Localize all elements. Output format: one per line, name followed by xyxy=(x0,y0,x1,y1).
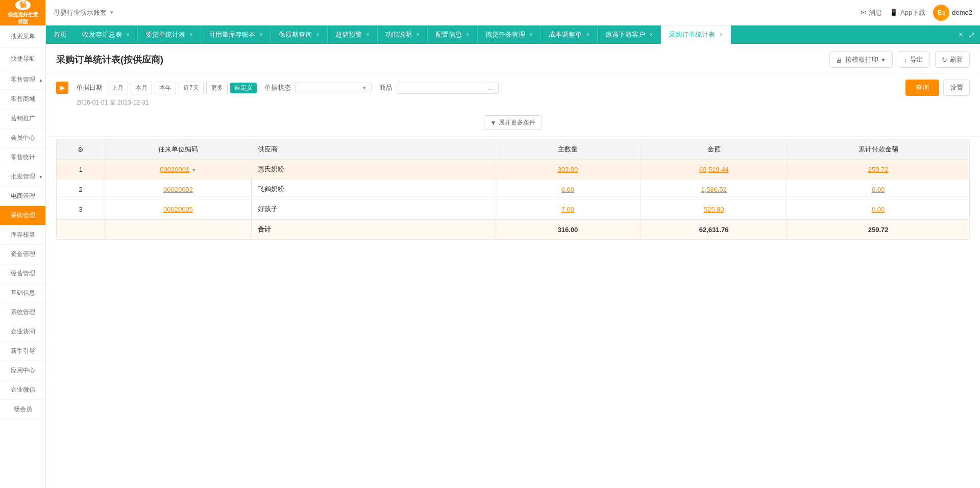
sidebar-menu: 零售管理 零售商城 营销推广 会员中心 零售统计 批发管理 电商管理 采购管理 … xyxy=(0,70,45,488)
tab-close-icon[interactable]: × xyxy=(259,31,263,38)
settings-button[interactable]: 设置 xyxy=(943,80,970,96)
filter-row-1: ▶ 单据日期 上月 本月 本年 近7天 更多 自定义 单据状态 xyxy=(56,80,970,96)
sidebar-search-button[interactable]: 搜索菜单 xyxy=(3,30,43,43)
tab-close-icon[interactable]: × xyxy=(466,31,470,38)
settings-icon[interactable]: ⚙ xyxy=(78,146,84,153)
tab-func-desc[interactable]: 功能说明 × xyxy=(378,25,428,44)
tab-pick-task[interactable]: 拣货任务管理 × xyxy=(478,25,541,44)
tab-close-all-button[interactable]: × xyxy=(959,30,963,39)
qty-link[interactable]: 6.00 xyxy=(561,186,574,193)
table-cell-paid: 259.72 xyxy=(787,160,970,179)
sidebar-search-section: 搜索菜单 xyxy=(0,25,45,48)
filter-toggle-button[interactable]: ▶ xyxy=(56,82,68,94)
tab-overstock-alert[interactable]: 超储预警 × xyxy=(328,25,378,44)
export-button[interactable]: ↓ 导出 xyxy=(898,52,930,68)
sidebar-item-retail-shop[interactable]: 零售商城 xyxy=(0,90,45,109)
table-footer: 合计 316.00 62,631.76 259.72 xyxy=(57,219,970,240)
goods-filter-input[interactable]: … xyxy=(397,82,499,94)
sidebar-item-enterprise-wechat[interactable]: 企业微信 xyxy=(0,380,45,400)
goods-filter-label: 商品 xyxy=(379,83,393,92)
sidebar-item-operations[interactable]: 经营管理 xyxy=(0,264,45,284)
date-this-month-button[interactable]: 本月 xyxy=(131,82,152,94)
sidebar: 畅 畅捷通好生意 标版 搜索菜单 快捷导航 零售管理 零售商城 营销推广 会员中… xyxy=(0,0,46,488)
qty-link[interactable]: 7.00 xyxy=(561,206,574,213)
tab-goods-summary[interactable]: 要货单统计表 × xyxy=(138,25,201,44)
sidebar-item-member2[interactable]: 畅会员 xyxy=(0,400,45,419)
sidebar-item-app-center[interactable]: 应用中心 xyxy=(0,361,45,380)
tab-label: 拣货任务管理 xyxy=(485,30,525,39)
topbar-left: 母婴行业演示账套 ▼ xyxy=(54,8,114,17)
tab-purchase-summary[interactable]: 采购订单统计表 × xyxy=(661,25,731,44)
sidebar-item-enterprise[interactable]: 企业协同 xyxy=(0,322,45,342)
table-cell-num: 3 xyxy=(57,199,105,220)
date-last7-button[interactable]: 近7天 xyxy=(179,82,204,94)
tab-fullscreen-button[interactable]: ⤢ xyxy=(968,30,975,40)
tab-cost-adjust[interactable]: 成本调整单 × xyxy=(541,25,598,44)
sidebar-item-ecommerce[interactable]: 电商管理 xyxy=(0,187,45,206)
expand-filter-button[interactable]: ▼ 展开更多条件 xyxy=(484,115,543,130)
tab-receive-summary[interactable]: 收发存汇总表 × xyxy=(75,25,138,44)
tab-close-icon[interactable]: × xyxy=(316,31,320,38)
page-actions: 🖨 按模板打印 ▼ ↓ 导出 ↻ 刷新 xyxy=(829,52,970,68)
tab-available-stock[interactable]: 可用量库存账本 × xyxy=(201,25,271,44)
tab-close-icon[interactable]: × xyxy=(586,31,590,38)
tab-expiry-query[interactable]: 保质期查询 × xyxy=(271,25,328,44)
workspace-selector[interactable]: 母婴行业演示账套 ▼ xyxy=(54,8,114,17)
print-button[interactable]: 🖨 按模板打印 ▼ xyxy=(829,52,893,68)
footer-amount: 62,631.76 xyxy=(641,219,787,240)
app-download-button[interactable]: 📱 App下载 xyxy=(890,8,925,17)
workspace-arrow-icon: ▼ xyxy=(109,10,114,15)
tab-close-icon[interactable]: × xyxy=(719,31,723,38)
tab-close-icon[interactable]: × xyxy=(649,31,653,38)
code-link[interactable]: 00020001 xyxy=(160,166,189,173)
sidebar-item-retail[interactable]: 零售管理 xyxy=(0,70,45,90)
table-cell-supplier: 惠氏奶粉 xyxy=(251,160,495,179)
sidebar-quick-nav-item[interactable]: 快捷导航 xyxy=(0,50,45,67)
sidebar-item-finance[interactable]: 资金管理 xyxy=(0,245,45,264)
amount-link[interactable]: 60,519.44 xyxy=(699,166,729,173)
footer-label: 合计 xyxy=(251,219,495,240)
paid-link[interactable]: 0.00 xyxy=(872,186,885,193)
sidebar-item-system[interactable]: 系统管理 xyxy=(0,303,45,322)
date-this-year-button[interactable]: 本年 xyxy=(155,82,176,94)
tab-home[interactable]: 首页 xyxy=(46,25,75,44)
refresh-button[interactable]: ↻ 刷新 xyxy=(935,52,970,68)
sidebar-item-new-guide[interactable]: 新手引导 xyxy=(0,342,45,361)
sidebar-item-inventory[interactable]: 库存核算 xyxy=(0,225,45,245)
paid-link[interactable]: 259.72 xyxy=(868,166,889,173)
paid-link[interactable]: 0.00 xyxy=(872,206,885,213)
sidebar-item-purchase[interactable]: 采购管理 xyxy=(0,206,45,225)
date-last-month-button[interactable]: 上月 xyxy=(107,82,128,94)
tab-config-info[interactable]: 配置信息 × xyxy=(428,25,478,44)
amount-link[interactable]: 1,586.52 xyxy=(701,186,727,193)
goods-filter-item: 商品 … xyxy=(379,82,499,94)
table-cell-supplier: 好孩子 xyxy=(251,199,495,220)
code-link[interactable]: 00020002 xyxy=(163,186,193,193)
tab-invite-downstream[interactable]: 邀请下游客户 × xyxy=(598,25,661,44)
page-header: 采购订单统计表(按供应商) 🖨 按模板打印 ▼ ↓ 导出 ↻ 刷新 xyxy=(46,44,980,73)
sidebar-item-marketing[interactable]: 营销推广 xyxy=(0,109,45,129)
qty-link[interactable]: 303.00 xyxy=(557,166,578,173)
sidebar-item-basic-info[interactable]: 基础信息 xyxy=(0,284,45,303)
query-button[interactable]: 查询 xyxy=(905,80,939,96)
user-menu[interactable]: Ea demo2 xyxy=(933,5,972,21)
print-arrow-icon: ▼ xyxy=(881,57,886,63)
date-custom-badge[interactable]: 自定义 xyxy=(230,83,257,93)
sidebar-item-wholesale[interactable]: 批发管理 xyxy=(0,167,45,187)
col-header-code: 往来单位编码 xyxy=(105,140,251,160)
avatar: Ea xyxy=(933,5,949,21)
message-button[interactable]: ✉ 消息 xyxy=(861,8,882,17)
sidebar-item-retail-stats[interactable]: 零售统计 xyxy=(0,148,45,167)
tab-close-icon[interactable]: × xyxy=(189,31,193,38)
amount-link[interactable]: 525.80 xyxy=(704,206,724,213)
tab-close-icon[interactable]: × xyxy=(366,31,370,38)
goods-more-button[interactable]: … xyxy=(488,84,494,91)
tab-close-icon[interactable]: × xyxy=(529,31,533,38)
date-more-button[interactable]: 更多 xyxy=(206,82,228,94)
code-link[interactable]: 00020005 xyxy=(163,206,193,213)
row-expand-icon[interactable]: ▼ xyxy=(191,167,197,173)
sidebar-item-member[interactable]: 会员中心 xyxy=(0,129,45,148)
tab-close-icon[interactable]: × xyxy=(416,31,420,38)
tab-close-icon[interactable]: × xyxy=(126,31,130,38)
status-filter-select[interactable]: ▼ xyxy=(295,83,372,93)
